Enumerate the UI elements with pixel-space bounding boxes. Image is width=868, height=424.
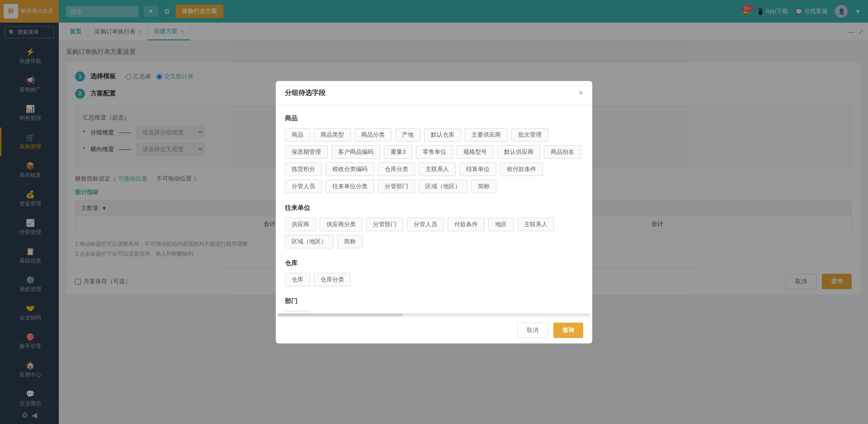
field-tag-goods[interactable]: 商品	[285, 128, 310, 142]
field-tag-customer-code[interactable]: 客户商品编码	[331, 145, 380, 159]
field-tag-settlement-unit[interactable]: 结算单位	[459, 162, 496, 176]
modal-footer: 取消 查询	[276, 317, 592, 343]
modal-body: 商品 商品 商品类型 商品分类 产地 默认仓库 主要供应商 批次管理 保质期管理…	[276, 105, 592, 313]
field-tag-short-name2[interactable]: 简称	[337, 235, 363, 248]
field-tag-short-name[interactable]: 简称	[471, 180, 496, 193]
modal-dialog: 分组待选字段 × 商品 商品 商品类型 商品分类 产地 默认仓库 主要供应商 批…	[276, 81, 592, 343]
field-section-goods-title: 商品	[285, 114, 583, 123]
field-tag-weight3[interactable]: 重量3	[384, 145, 412, 159]
field-tag-retail-unit[interactable]: 零售单位	[416, 145, 453, 159]
field-tag-managing-dept[interactable]: 分管部门	[378, 180, 415, 193]
field-tag-default-warehouse[interactable]: 默认仓库	[424, 128, 461, 142]
field-tag-spec-model[interactable]: 规格型号	[457, 145, 494, 159]
field-tag-warehouse-category[interactable]: 仓库分类	[378, 162, 415, 176]
field-tag-supervisor[interactable]: 分管人员	[285, 180, 322, 193]
field-tag-main-supplier[interactable]: 主要供应商	[465, 128, 508, 142]
field-section-goods: 商品 商品 商品类型 商品分类 产地 默认仓库 主要供应商 批次管理 保质期管理…	[285, 114, 583, 193]
field-tag-counterpart-category[interactable]: 往来单位分类	[326, 180, 374, 193]
hscroll-thumb[interactable]	[278, 314, 403, 316]
field-tag-goods-category[interactable]: 商品分类	[354, 128, 392, 142]
field-tags-goods: 商品 商品类型 商品分类 产地 默认仓库 主要供应商 批次管理 保质期管理 客户…	[285, 128, 583, 193]
field-tag-origin[interactable]: 产地	[395, 128, 420, 142]
field-section-counterpart: 往来单位 供应商 供应商分类 分管部门 分管人员 付款条件 地区 主联系人 区域…	[285, 204, 583, 248]
modal-header: 分组待选字段 ×	[276, 81, 592, 105]
field-tag-goods-alias[interactable]: 商品别名	[544, 145, 581, 159]
field-tag-warehouse-category2[interactable]: 仓库分类	[314, 273, 351, 286]
field-tag-region[interactable]: 区域（地区）	[419, 180, 467, 193]
field-section-counterpart-title: 往来单位	[285, 204, 583, 212]
field-section-warehouse: 仓库 仓库 仓库分类	[285, 259, 583, 286]
field-tag-goods-type[interactable]: 商品类型	[314, 128, 351, 142]
field-tag-tax-code[interactable]: 税收分类编码	[326, 162, 374, 176]
field-tag-region2[interactable]: 地区	[488, 218, 514, 231]
field-tag-expiry-management[interactable]: 保质期管理	[285, 145, 328, 159]
field-tag-main-contact[interactable]: 主联系人	[419, 162, 456, 176]
field-tag-pick-points[interactable]: 拣货积分	[285, 162, 322, 176]
field-tag-managing-dept2[interactable]: 分管部门	[366, 218, 403, 231]
field-tag-supplier-category[interactable]: 供应商分类	[320, 218, 363, 231]
modal-close-button[interactable]: ×	[578, 88, 583, 98]
modal-cancel-button[interactable]: 取消	[517, 323, 548, 338]
modal-confirm-button[interactable]: 查询	[553, 323, 583, 338]
field-tag-payment-terms2[interactable]: 付款条件	[448, 218, 485, 231]
field-tag-supervisor2[interactable]: 分管人员	[407, 218, 444, 231]
field-tag-main-contact2[interactable]: 主联系人	[517, 218, 554, 231]
field-section-warehouse-title: 仓库	[285, 259, 583, 267]
field-tag-warehouse[interactable]: 仓库	[285, 273, 310, 286]
field-tags-counterpart: 供应商 供应商分类 分管部门 分管人员 付款条件 地区 主联系人 区域（地区） …	[285, 218, 583, 248]
field-tag-default-supplier[interactable]: 默认供应商	[497, 145, 540, 159]
field-tag-supplier[interactable]: 供应商	[285, 218, 316, 231]
field-tag-batch-management[interactable]: 批次管理	[511, 128, 548, 142]
field-tags-warehouse: 仓库 仓库分类	[285, 273, 583, 286]
modal-title: 分组待选字段	[285, 89, 326, 97]
field-tag-region3[interactable]: 区域（地区）	[285, 235, 334, 248]
field-tag-payment-terms[interactable]: 收付款条件	[500, 162, 543, 176]
modal-overlay: 分组待选字段 × 商品 商品 商品类型 商品分类 产地 默认仓库 主要供应商 批…	[0, 0, 868, 424]
field-section-dept: 部门 部门	[285, 297, 583, 313]
field-section-dept-title: 部门	[285, 297, 583, 305]
modal-horizontal-scrollbar[interactable]	[276, 313, 592, 317]
